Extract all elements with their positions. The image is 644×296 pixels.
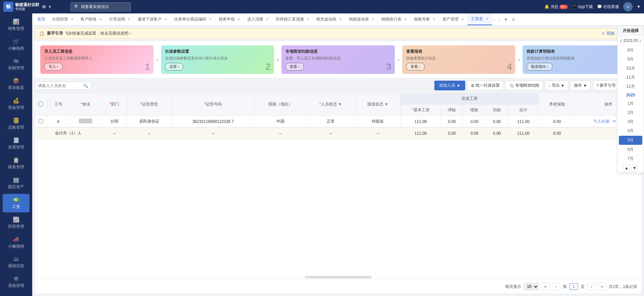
step-import-btn[interactable]: 导入 ›: [44, 63, 63, 71]
month-scroll-down-btn[interactable]: ▼: [631, 165, 638, 171]
month-item-5-active[interactable]: 5月: [619, 136, 642, 145]
tab-clearance[interactable]: 进入清册 ✕: [244, 14, 272, 25]
sidebar-item-basic[interactable]: 🗂 基础信息: [3, 253, 30, 271]
tab-asset-management[interactable]: 资产管理 ✕: [439, 14, 468, 25]
first-page-btn[interactable]: «: [541, 283, 549, 291]
sidebar-item-system[interactable]: ⚙ 系统管理: [3, 273, 30, 291]
tab-income-tax[interactable]: 所得税汇算清缴 ✕: [272, 14, 313, 25]
page-suffix: 页: [581, 284, 585, 290]
operation-button[interactable]: 操作 ▼: [570, 81, 591, 90]
online-service-button[interactable]: 💬 在线客服: [597, 4, 619, 10]
user-menu-btn[interactable]: ▼: [637, 4, 641, 9]
tab-close-active-icon[interactable]: ✕: [486, 17, 488, 21]
month-item-6[interactable]: 6月: [618, 145, 644, 154]
tab-close-icon[interactable]: ✕: [339, 17, 342, 21]
step-view-btn[interactable]: 查看 ›: [285, 63, 304, 71]
year-next-btn[interactable]: ›: [639, 37, 641, 44]
next-page-btn[interactable]: ›: [587, 283, 595, 291]
sidebar-item-tax[interactable]: 📋 税务管理: [3, 154, 30, 173]
sidebar-item-enterprise[interactable]: 🤝 企业协同: [3, 293, 30, 296]
search-icon[interactable]: 🔍: [83, 83, 88, 88]
sidebar-item-ledger[interactable]: 📒 总账管理: [3, 115, 30, 133]
month-item-3[interactable]: 3月: [618, 117, 644, 126]
summary-total: 111.00: [508, 127, 538, 139]
tab-invite[interactable]: 邀请下游客户 ✕: [134, 14, 171, 25]
tab-tax-declaration[interactable]: 税务申报 ✕: [215, 14, 244, 25]
horizontal-scrollbar[interactable]: [35, 275, 641, 280]
month-scroll-up-btn[interactable]: ▲: [623, 165, 630, 171]
year-prev-btn[interactable]: ‹: [620, 37, 622, 44]
month-item-9[interactable]: 9月: [618, 55, 644, 64]
th-dept: *部门: [102, 93, 127, 116]
last-page-btn[interactable]: »: [598, 283, 606, 291]
month-item-1[interactable]: 1月: [618, 99, 644, 108]
month-item-7[interactable]: 7月: [618, 154, 644, 163]
tab-salary-table[interactable]: 工资表 ✕: [468, 14, 492, 25]
guide-video-link[interactable]: ⊙ 视频: [602, 31, 614, 36]
personal-social-link[interactable]: 个人社保: [593, 119, 609, 124]
sidebar-item-finance[interactable]: 💰 资金管理: [3, 95, 30, 113]
edit-icon[interactable]: ✏: [613, 119, 616, 124]
tab-close-all-btn[interactable]: ✕: [510, 17, 517, 22]
sidebar-item-operations[interactable]: 📈 经营管理: [3, 214, 30, 232]
employee-search-input[interactable]: [38, 83, 82, 88]
tab-layered-management[interactable]: 分层经营 ✕: [49, 14, 77, 25]
settings-icon[interactable]: ⚙: [42, 4, 46, 9]
sidebar-item-invoice[interactable]: 🧾 发票管理: [3, 134, 30, 153]
prev-page-btn[interactable]: ‹: [552, 283, 560, 291]
add-btn-label: 添加人员: [439, 83, 455, 88]
select-all-checkbox[interactable]: [39, 102, 43, 106]
export-button[interactable]: ↓ 导出 ▼: [545, 81, 569, 90]
tab-customer-contact[interactable]: 客户联络 ✕: [77, 14, 106, 25]
tab-close-icon[interactable]: ✕: [71, 17, 73, 21]
special-deduction-button[interactable]: 📎 专项附加扣除: [505, 81, 543, 90]
tab-tax-expert[interactable]: 税检专家 ✕: [411, 14, 439, 25]
per-page-select[interactable]: 10 20 50: [524, 283, 539, 290]
tab-guide-desc[interactable]: 引导说明 ✕: [106, 14, 134, 25]
sidebar-item-sales[interactable]: 📊 销售管理: [3, 16, 30, 34]
notification-button[interactable]: 🔔 消息 99+: [544, 4, 568, 10]
tab-tax-burden[interactable]: 税负波动表 ✕: [313, 14, 345, 25]
unified-social-button[interactable]: ⚙ 统一社保设置: [467, 81, 503, 90]
tab-home[interactable]: 首页: [34, 16, 49, 22]
year-2025-item[interactable]: 2025: [618, 91, 644, 99]
tab-close-icon[interactable]: ✕: [372, 17, 374, 21]
month-item-10[interactable]: 10月: [618, 64, 644, 73]
tab-tax-statistics[interactable]: 纳税统计表 ✕: [378, 14, 411, 25]
row-checkbox[interactable]: [39, 119, 43, 123]
tab-close-icon[interactable]: ✕: [237, 17, 240, 21]
sidebar-item-ecommerce[interactable]: 🛒 小畅电商: [3, 36, 30, 54]
month-item-12[interactable]: 12月: [618, 82, 644, 91]
new-guide-button[interactable]: ? 新手引导: [593, 81, 620, 90]
tab-close-icon[interactable]: ✕: [307, 17, 309, 21]
tab-close-icon[interactable]: ✕: [164, 17, 167, 21]
step-setup-btn[interactable]: 设置 ›: [165, 63, 183, 71]
tab-dropdown-btn[interactable]: ▼: [502, 17, 510, 22]
tab-close-icon[interactable]: ✕: [404, 17, 407, 21]
app-download-button[interactable]: 📱 App下载: [572, 4, 593, 10]
step-view2-btn[interactable]: 查看 ›: [406, 63, 425, 71]
sidebar-item-assets[interactable]: 🏢 固定资产: [3, 174, 30, 193]
tab-tax-fluctuation[interactable]: 纳税波动表 ✕: [345, 14, 378, 25]
add-employee-button[interactable]: 添加人员 ▼: [434, 81, 465, 90]
user-avatar[interactable]: U: [623, 2, 633, 11]
tab-close-icon[interactable]: ✕: [128, 17, 130, 21]
demo-search[interactable]: 🔍 我要看实例演示: [70, 2, 131, 11]
month-item-4[interactable]: 4月: [618, 126, 644, 135]
sidebar-item-salary[interactable]: 💵 工资: [3, 194, 30, 212]
month-item-8[interactable]: 8月: [618, 46, 644, 55]
tab-prev-btn[interactable]: ‹: [492, 17, 497, 22]
tab-close-icon[interactable]: ✕: [433, 17, 435, 21]
sidebar-item-inventory[interactable]: 📦 库存核算: [3, 75, 30, 93]
month-item-2[interactable]: 2月: [618, 108, 644, 117]
tab-next-btn[interactable]: ›: [497, 17, 502, 22]
month-item-11[interactable]: 11月: [618, 73, 644, 82]
tab-close-icon[interactable]: ✕: [461, 17, 464, 21]
tab-close-icon[interactable]: ✕: [99, 17, 102, 21]
sidebar-item-marketing[interactable]: 📣 小畅报销: [3, 234, 30, 252]
sidebar-item-purchase[interactable]: 🛍 采购管理: [3, 55, 30, 74]
tab-product-code[interactable]: 往来单位商品编码 ✕: [171, 14, 215, 25]
step-pending-btn[interactable]: 敬请期待 ›: [527, 63, 552, 71]
tab-close-icon[interactable]: ✕: [209, 17, 212, 21]
tab-close-icon[interactable]: ✕: [266, 17, 269, 21]
